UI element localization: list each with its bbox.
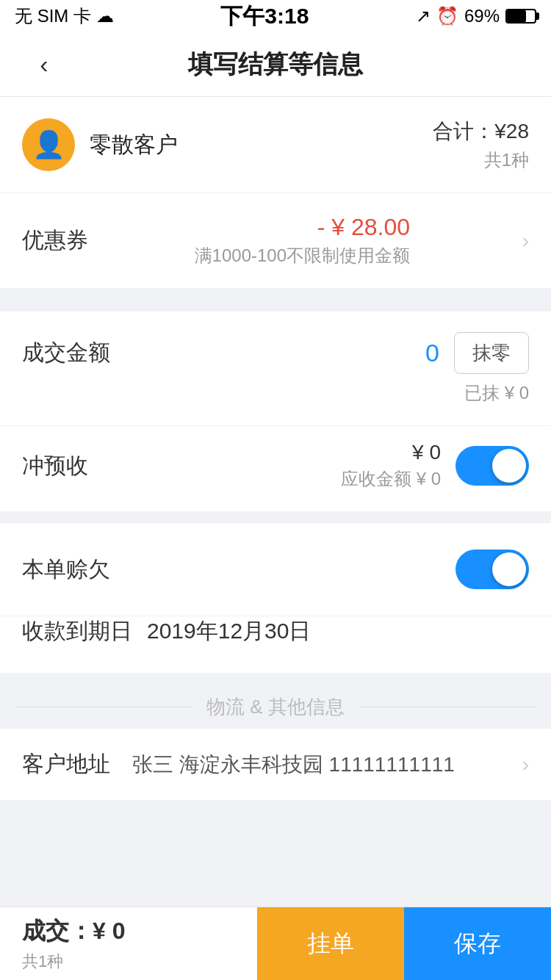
sim-label: 无 SIM 卡 ☁: [15, 4, 114, 28]
address-chevron-icon: ›: [522, 753, 529, 777]
precollect-amount: ¥ 0 应收金额 ¥ 0: [341, 441, 441, 491]
debt-toggle[interactable]: [455, 550, 529, 589]
status-right: ↗ ⏰ 69%: [416, 6, 536, 26]
customer-count: 共1种: [433, 148, 529, 172]
page-title: 填写结算等信息: [188, 48, 363, 82]
address-value: 张三 海淀永丰科技园 11111111111: [132, 751, 516, 779]
alarm-icon: ⏰: [436, 6, 458, 26]
status-left: 无 SIM 卡 ☁: [15, 4, 114, 28]
customer-row: 👤 零散客户 合计：¥28 共1种: [0, 97, 551, 192]
location-icon: ↗: [416, 6, 431, 26]
logistics-line-left: [15, 707, 192, 707]
amount-section: 成交金额 0 抹零 已抹 ¥ 0 冲预收 ¥ 0 应收金额 ¥ 0: [0, 311, 551, 511]
address-label: 客户地址: [22, 749, 110, 779]
coupon-row[interactable]: 优惠券 - ¥ 28.00 满1000-100不限制使用金额 ›: [0, 192, 551, 288]
section-divider-2: [0, 511, 551, 523]
nav-bar: ‹ 填写结算等信息: [0, 32, 551, 97]
debt-toggle-knob: [492, 552, 526, 586]
address-card: 客户地址 张三 海淀永丰科技园 11111111111 ›: [0, 729, 551, 800]
deal-amount-sub-text: 已抹 ¥ 0: [464, 381, 529, 405]
logistics-line-right: [359, 707, 536, 707]
debt-label: 本单赊欠: [22, 555, 110, 585]
chevron-right-icon: ›: [522, 229, 529, 253]
coupon-sub: 满1000-100不限制使用金额: [195, 244, 410, 267]
debt-row: 本单赊欠: [0, 523, 551, 616]
content-area: 👤 零散客户 合计：¥28 共1种 优惠券 - ¥ 28.00 满1000-10…: [0, 97, 551, 959]
round-down-button[interactable]: 抹零: [454, 332, 529, 374]
pending-button[interactable]: 挂单: [257, 907, 404, 980]
deal-amount-label: 成交金额: [22, 338, 110, 368]
battery-icon: [505, 9, 536, 24]
customer-name: 零散客户: [90, 130, 178, 160]
status-time: 下午3:18: [220, 1, 309, 32]
footer: 成交：¥ 0 共1种 挂单 保存: [0, 907, 551, 980]
due-date-row: 收款到期日 2019年12月30日: [0, 616, 551, 673]
status-bar: 无 SIM 卡 ☁ 下午3:18 ↗ ⏰ 69%: [0, 0, 551, 32]
footer-count: 共1种: [22, 951, 235, 973]
footer-deal-value: ¥ 0: [93, 918, 125, 944]
deal-amount-sub: 已抹 ¥ 0: [0, 381, 551, 425]
precollect-sub: 应收金额 ¥ 0: [341, 467, 441, 491]
toggle-knob: [492, 449, 526, 483]
footer-deal-row: 成交：¥ 0: [22, 915, 235, 948]
precollect-label: 冲预收: [22, 451, 88, 481]
precollect-value: ¥ 0: [341, 441, 441, 464]
customer-card: 👤 零散客户 合计：¥28 共1种 优惠券 - ¥ 28.00 满1000-10…: [0, 97, 551, 288]
deal-amount-value: 0: [425, 339, 439, 367]
due-date-label: 收款到期日: [22, 616, 132, 646]
precollect-right: ¥ 0 应收金额 ¥ 0: [341, 441, 529, 491]
coupon-right: - ¥ 28.00 满1000-100不限制使用金额: [195, 214, 410, 267]
avatar-icon: 👤: [32, 129, 65, 160]
avatar: 👤: [22, 118, 75, 171]
precollect-row: 冲预收 ¥ 0 应收金额 ¥ 0: [0, 425, 551, 511]
address-row[interactable]: 客户地址 张三 海淀永丰科技园 11111111111 ›: [0, 729, 551, 800]
logistics-divider: 物流 & 其他信息: [0, 685, 551, 729]
customer-right: 合计：¥28 共1种: [433, 118, 529, 172]
precollect-toggle[interactable]: [455, 446, 529, 486]
customer-left: 👤 零散客户: [22, 118, 178, 171]
battery-percent: 69%: [464, 6, 500, 26]
back-button[interactable]: ‹: [22, 43, 66, 87]
logistics-label: 物流 & 其他信息: [206, 694, 345, 720]
section-divider-1: [0, 300, 551, 311]
due-date-value: 2019年12月30日: [147, 616, 311, 646]
coupon-value: - ¥ 28.00: [317, 214, 410, 241]
deal-amount-row: 成交金额 0 抹零: [0, 311, 551, 381]
footer-info: 成交：¥ 0 共1种: [0, 907, 257, 980]
save-button[interactable]: 保存: [404, 907, 551, 980]
footer-deal-label: 成交：: [22, 918, 93, 944]
customer-total: 合计：¥28: [433, 118, 529, 145]
debt-card: 本单赊欠 收款到期日 2019年12月30日: [0, 523, 551, 673]
coupon-label: 优惠券: [22, 226, 88, 256]
